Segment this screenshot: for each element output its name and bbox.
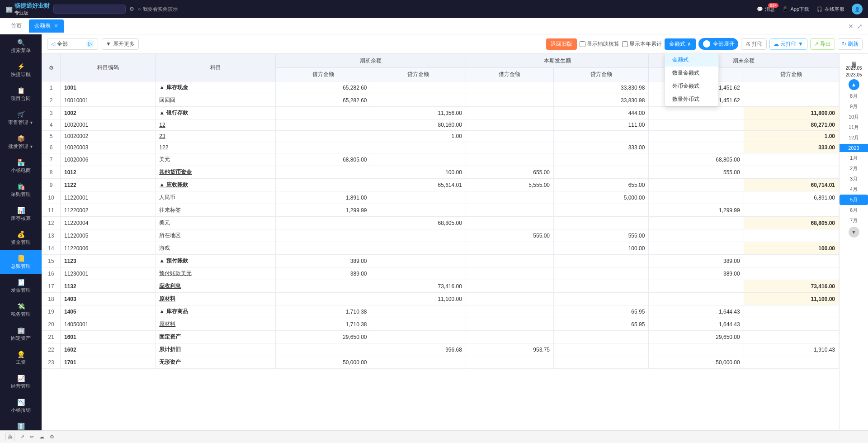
dropdown-amount[interactable]: 金额式 (665, 53, 718, 67)
status-settings[interactable]: ⚙ (50, 434, 54, 440)
period-year-2023: 2023 (840, 144, 868, 152)
expand-btn[interactable]: ▼ 展开更多 (102, 38, 139, 50)
maximize-btn[interactable]: ⤢ (857, 23, 863, 30)
td-account-name[interactable]: 122 (156, 142, 276, 153)
td-ob-credit: 11,100.00 (371, 293, 466, 305)
return-btn[interactable]: 退回旧版 (546, 38, 577, 50)
period-month-7[interactable]: 7月 (840, 215, 868, 226)
td-row-no: 11 (42, 204, 61, 217)
status-lang[interactable]: 英 (5, 433, 15, 441)
period-month-12[interactable]: 12月 (840, 133, 868, 143)
td-account-name[interactable]: 其他货币资金 (156, 166, 276, 179)
sidebar-item-nav[interactable]: ⚡ 快捷导航 (0, 58, 42, 82)
app-download-btn[interactable]: 📱 App下载 (782, 6, 809, 13)
show-auxiliary-label[interactable]: 显示辅助核算 (580, 40, 619, 48)
td-account-name[interactable]: 23 (156, 131, 276, 142)
td-cp-credit: 5,000.00 (554, 191, 649, 204)
sidebar-item-basic[interactable]: ℹ️ 基础信息 (0, 418, 42, 430)
td-ob-debit: 65,282.60 (276, 81, 371, 94)
show-ytd-label[interactable]: 显示本年累计 (622, 40, 662, 48)
sidebar-item-retail[interactable]: 🛒 零售管理 ▼ (0, 106, 42, 130)
period-month-3[interactable]: 3月 (840, 174, 868, 184)
sidebar-item-search[interactable]: 🔍 搜索菜单 (0, 34, 42, 58)
sidebar-item-expense[interactable]: 📉 小畅报销 (0, 394, 42, 418)
demo-link[interactable]: ○ 我要看实例演示 (138, 6, 178, 13)
tab-home[interactable]: 首页 (5, 19, 27, 33)
top-search-input[interactable] (53, 5, 126, 14)
status-cloud[interactable]: ☁ (39, 434, 44, 440)
period-month-4[interactable]: 4月 (840, 184, 868, 195)
retail-icon: 🛒 (2, 111, 40, 118)
show-auxiliary-checkbox[interactable] (580, 41, 585, 47)
sidebar-item-ecommerce[interactable]: 🏪 小畅电商 (0, 154, 42, 178)
period-month-2[interactable]: 2月 (840, 163, 868, 174)
close-window-btn[interactable]: ✕ (848, 23, 854, 30)
sidebar-item-purchase[interactable]: 🛍️ 采购管理 (0, 178, 42, 202)
td-account-code: 1405 (61, 305, 156, 318)
td-account-code: 1001 (61, 81, 156, 94)
table-row: 3 1002 ▲ 银行存款 11,356.00 444.00 11,800.00 (42, 107, 839, 119)
status-edit[interactable]: ✏ (30, 434, 34, 440)
period-month-6[interactable]: 6月 (840, 205, 868, 215)
mode-btn[interactable]: 金额式 ∧ (665, 38, 696, 50)
tab-balance-close[interactable]: ✕ (54, 23, 58, 29)
period-month-8[interactable]: 8月 (840, 91, 868, 101)
dropdown-qty-foreign[interactable]: 数量外币式 (665, 93, 718, 106)
period-nav-up[interactable]: ▲ (849, 79, 859, 90)
td-ob-debit: 389.00 (276, 255, 371, 267)
export-icon: ↗ (814, 41, 819, 47)
toggle-switch[interactable] (702, 39, 711, 48)
search-input[interactable] (57, 41, 84, 47)
sidebar-item-invoice[interactable]: 🧾 发票管理 (0, 274, 42, 298)
show-ytd-checkbox[interactable] (622, 41, 628, 47)
td-account-name[interactable]: 预付账款美元 (156, 267, 276, 280)
td-account-code: 1123 (61, 255, 156, 267)
cloud-print-btn[interactable]: ☁ 云打印 ▼ (769, 38, 807, 50)
sidebar-item-contract[interactable]: 📋 项目合同 (0, 82, 42, 106)
td-account-name[interactable]: ▲ 应收账款 (156, 179, 276, 191)
export-btn[interactable]: ↗ 导出 (810, 38, 835, 50)
search-right-arrow[interactable]: ▷ (86, 40, 94, 48)
sidebar-item-operation[interactable]: 📈 经营管理 (0, 370, 42, 394)
period-month-1[interactable]: 1月 (840, 153, 868, 163)
period-nav-down[interactable]: ▼ (849, 227, 859, 238)
dropdown-qty-amount[interactable]: 数量金额式 (665, 67, 718, 80)
td-cp-credit (554, 280, 649, 293)
cloud-print-label: 云打印 (780, 40, 797, 48)
td-cb-debit (649, 131, 744, 142)
sidebar-item-assets[interactable]: 🏢 固定资产 (0, 322, 42, 346)
td-cp-credit (554, 343, 649, 356)
ecommerce-icon: 🏪 (2, 159, 40, 166)
td-account-name[interactable]: 12 (156, 119, 276, 131)
td-account-name[interactable]: 原材料 (156, 293, 276, 305)
sidebar-item-tax[interactable]: 💸 税务管理 (0, 298, 42, 322)
period-month-5[interactable]: 5月 (840, 195, 868, 205)
settings-gear-icon[interactable]: ⚙ (129, 6, 134, 12)
td-account-name[interactable]: 应收利息 (156, 280, 276, 293)
sidebar-item-wholesale[interactable]: 📦 批发管理 ▼ (0, 130, 42, 154)
tab-balance[interactable]: 余额表 ✕ (29, 19, 64, 33)
cloud-print-icon: ☁ (774, 41, 779, 47)
table-settings-icon[interactable]: ⚙ (46, 62, 57, 73)
toggle-expand[interactable]: 全部展开 (698, 38, 738, 50)
period-month-11[interactable]: 11月 (840, 122, 868, 133)
td-cb-credit: 73,416.00 (744, 280, 839, 293)
sidebar-item-ledger[interactable]: 📒 总账管理 (0, 250, 42, 274)
period-month-9[interactable]: 9月 (840, 101, 868, 112)
sidebar-item-salary[interactable]: 👷 工资 (0, 346, 42, 370)
td-cp-debit (466, 217, 553, 229)
td-account-name[interactable]: 原材料 (156, 318, 276, 331)
online-service-btn[interactable]: 🎧 在线客服 (816, 6, 844, 13)
demo-text: 我要看实例演示 (143, 6, 178, 13)
user-avatar[interactable]: 👤 (852, 4, 863, 14)
dropdown-foreign-amount[interactable]: 外币金额式 (665, 80, 718, 93)
sidebar-item-capital[interactable]: 💰 资金管理 (0, 226, 42, 250)
sidebar-item-inventory[interactable]: 📊 库存核算 (0, 202, 42, 226)
print-btn[interactable]: 🖨 打印 (741, 38, 767, 50)
td-cb-debit (649, 119, 744, 131)
message-btn[interactable]: 💬 消息 99+ (757, 6, 775, 13)
status-link[interactable]: ↗ (20, 434, 24, 440)
refresh-btn[interactable]: ↻ 刷新 (838, 38, 863, 50)
period-month-10[interactable]: 10月 (840, 112, 868, 122)
search-left-arrow[interactable]: ◁ (51, 41, 55, 47)
